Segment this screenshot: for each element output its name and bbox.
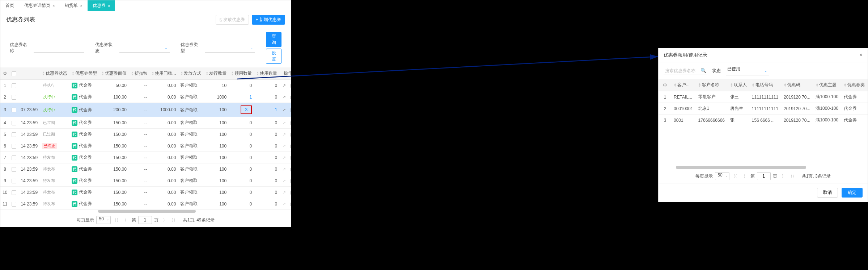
table-row[interactable]: 7 14 23:59 待发布 代代金券 150.00 -- 0.00 客户领取 … [0,152,291,163]
tab-coupon-detail[interactable]: 优惠券详情页× [19,0,60,11]
sort-icon[interactable]: ▲▼ [131,71,134,76]
qrcode-icon[interactable]: ▦ [289,178,291,183]
sort-icon[interactable]: ▲▼ [698,83,701,87]
row-checkbox[interactable] [12,202,16,207]
row-checkbox[interactable] [12,108,16,112]
table-row[interactable]: 9 14 23:59 待发布 代代金券 150.00 -- 0.00 客户领取 … [0,175,291,187]
coupon-status-select[interactable]: ⌄ [119,43,170,53]
qrcode-icon[interactable]: ▦ [289,155,291,160]
settings-button[interactable]: 设置 [266,49,281,64]
distribute-coupon-button[interactable]: ⎘发放优惠券 [216,15,249,25]
scrollbar-thumb[interactable] [98,210,196,213]
page-prev-button[interactable]: ⟨ [741,173,748,180]
page-next-button[interactable]: ⟩ [779,173,787,180]
table-row[interactable]: 4 14 23:59 已过期 代代金券 150.00 -- 0.00 客户领取 … [0,117,291,129]
close-icon[interactable]: × [108,4,110,8]
row-checkbox[interactable] [12,121,16,125]
qrcode-icon[interactable]: ▦ [289,120,291,125]
table-row[interactable]: 5 14 23:59 已过期 代代金券 150.00 -- 0.00 客户领取 … [0,129,291,140]
close-icon[interactable]: × [80,4,82,8]
page-last-button[interactable]: ⟩⟩ [170,216,177,224]
qrcode-icon[interactable]: ▦ [289,202,291,207]
coupon-name-input[interactable] [34,43,84,53]
sort-icon[interactable]: ▲▼ [256,71,259,76]
sort-icon[interactable]: ▲▼ [180,71,183,76]
page-next-button[interactable]: ⟩ [161,216,168,224]
share-icon[interactable]: ↗ [281,167,287,172]
sort-icon[interactable]: ▲▼ [784,83,787,87]
table-row[interactable]: 8 14 23:59 待发布 代代金券 150.00 -- 0.00 客户领取 … [0,163,291,175]
claim-qty-link[interactable]: 1 [249,95,252,100]
table-row[interactable]: 2 00010001 北京1 唐先生 11111111111 2019120 7… [659,103,868,115]
sort-icon[interactable]: ▲▼ [101,71,104,76]
table-row[interactable]: 1 RETAIL... 零散客户 张三 11111111111 2019120 … [659,91,868,103]
horizontal-scrollbar[interactable] [659,166,868,169]
qrcode-icon[interactable]: ▦ [289,167,291,172]
page-prev-button[interactable]: ⟨ [122,216,130,224]
share-icon[interactable]: ↗ [281,190,287,195]
search-icon[interactable]: 🔍 [700,68,706,73]
query-button[interactable]: 查询 [266,32,281,47]
table-row[interactable]: 6 14 23:59 已终止 代代金券 150.00 -- 0.00 客户领取 … [0,140,291,152]
row-checkbox[interactable] [12,179,16,183]
scrollbar-thumb[interactable] [676,166,806,169]
page-last-button[interactable]: ⟩⟩ [789,173,796,180]
qrcode-icon[interactable]: ▦ [289,190,291,195]
claim-qty-link[interactable]: 3 [241,105,252,114]
share-icon[interactable]: ↗ [281,178,287,183]
page-first-button[interactable]: ⟨⟨ [732,173,739,180]
table-row[interactable]: 2 执行中 代代金券 100.00 -- 0.00 客户领取 1000 1 0 … [0,91,291,103]
qrcode-icon[interactable]: ▦ [289,107,291,112]
row-checkbox[interactable] [12,83,16,88]
row-checkbox[interactable] [12,190,16,195]
qrcode-icon[interactable]: ▦ [289,95,291,100]
sort-icon[interactable]: ▲▼ [231,71,234,76]
tab-sales-order[interactable]: 销货单× [60,0,87,11]
qrcode-icon[interactable]: ▦ [289,83,291,88]
sort-icon[interactable]: ▲▼ [42,71,45,76]
qrcode-icon[interactable]: ▦ [289,132,291,137]
select-all-checkbox[interactable] [12,71,16,76]
horizontal-scrollbar[interactable] [0,210,291,213]
gear-icon[interactable]: ⚙ [3,71,7,76]
table-row[interactable]: 11 14 23:59 待发布 代代金券 150.00 -- 0.00 客户领取… [0,198,291,210]
tab-home[interactable]: 首页 [0,0,19,11]
coupon-type-select[interactable]: ⌄ [205,43,255,53]
share-icon[interactable]: ↗ [281,83,287,88]
sort-icon[interactable]: ▲▼ [72,71,75,76]
share-icon[interactable]: ↗ [281,132,287,137]
sort-icon[interactable]: ▲▼ [844,83,847,87]
row-checkbox[interactable] [12,144,16,149]
sort-icon[interactable]: ▲▼ [151,71,154,76]
sort-icon[interactable]: ▲▼ [816,83,818,87]
share-icon[interactable]: ↗ [281,95,287,100]
drawer-status-select[interactable]: 已使用 ⌄ [726,66,769,75]
use-qty-link[interactable]: 1 [275,107,277,112]
close-icon[interactable]: × [52,4,55,8]
page-first-button[interactable]: ⟨⟨ [113,216,120,224]
row-checkbox[interactable] [12,167,16,172]
sort-icon[interactable]: ▲▼ [206,71,208,76]
page-input[interactable] [138,216,152,224]
sort-icon[interactable]: ▲▼ [674,83,677,87]
sort-icon[interactable]: ▲▼ [752,83,755,87]
row-checkbox[interactable] [12,95,16,100]
row-checkbox[interactable] [12,132,16,137]
share-icon[interactable]: ↗ [281,107,287,112]
qrcode-icon[interactable]: ▦ [289,144,291,149]
share-icon[interactable]: ↗ [281,155,287,160]
share-icon[interactable]: ↗ [281,202,287,207]
table-row[interactable]: 3 07 23:59 执行中 代代金券 200.00 -- 1000.00 客户… [0,103,291,117]
cancel-button[interactable]: 取消 [817,188,838,198]
gear-icon[interactable]: ⚙ [663,82,667,88]
sort-icon[interactable]: ▲▼ [730,83,733,87]
table-row[interactable]: 1 待执行 代代金券 50.00 -- 0.00 客户领取 10 0 0 ↗▦ [0,80,291,91]
table-row[interactable]: 10 14 23:59 待发布 代代金券 150.00 -- 0.00 客户领取… [0,187,291,198]
confirm-button[interactable]: 确定 [842,188,863,198]
close-icon[interactable]: × [859,52,863,58]
share-icon[interactable]: ↗ [281,144,287,149]
share-icon[interactable]: ↗ [281,120,287,125]
table-row[interactable]: 3 0001 17666666666 张 156 6666 ... 201912… [659,115,868,126]
add-coupon-button[interactable]: + 新增优惠券 [252,15,285,25]
page-input[interactable] [757,172,771,180]
